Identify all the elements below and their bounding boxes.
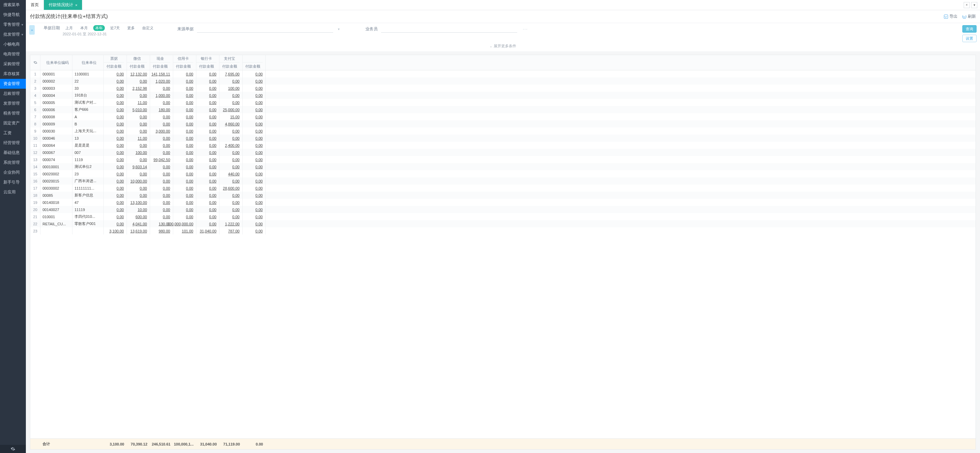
- cell[interactable]: 0.00: [173, 192, 196, 199]
- sidebar-item-18[interactable]: 新手引导: [0, 177, 26, 187]
- cell[interactable]: 0.00: [220, 163, 243, 170]
- cell[interactable]: 0.00: [243, 142, 266, 149]
- amount-link[interactable]: 0.00: [163, 179, 170, 183]
- collapse-filter-icon[interactable]: »: [29, 25, 35, 35]
- amount-link[interactable]: 0.00: [186, 143, 193, 147]
- col-group-5[interactable]: 支付宝付款金额: [220, 55, 243, 70]
- sidebar-item-19[interactable]: 云应用: [0, 187, 26, 197]
- cell[interactable]: 0.00: [220, 127, 243, 135]
- amount-link[interactable]: 0.00: [232, 179, 240, 183]
- amount-link[interactable]: 0.00: [256, 115, 263, 119]
- amount-link[interactable]: 0.00: [209, 172, 216, 176]
- source-input[interactable]: [197, 25, 333, 33]
- cell[interactable]: 13,100.00: [127, 199, 150, 206]
- amount-link[interactable]: 0.00: [256, 229, 263, 233]
- cell[interactable]: 0.00: [150, 199, 173, 206]
- cell[interactable]: 0.00: [104, 149, 127, 156]
- amount-link[interactable]: 99,042.50: [153, 158, 170, 162]
- amount-link[interactable]: 0.00: [256, 143, 263, 147]
- amount-link[interactable]: 0.00: [209, 150, 216, 155]
- cell[interactable]: 0.00: [243, 70, 266, 78]
- amount-link[interactable]: 0.00: [186, 136, 193, 140]
- amount-link[interactable]: 0.00: [256, 165, 263, 169]
- cell[interactable]: 0.00: [104, 120, 127, 127]
- amount-link[interactable]: 0.00: [256, 207, 263, 212]
- amount-link[interactable]: 0.00: [117, 79, 124, 83]
- amount-link[interactable]: 0.00: [117, 207, 124, 212]
- amount-link[interactable]: 0.00: [256, 158, 263, 162]
- cell[interactable]: 180.00: [150, 106, 173, 113]
- amount-link[interactable]: 0.00: [232, 101, 240, 105]
- cell[interactable]: 10,000.00: [127, 177, 150, 185]
- amount-link[interactable]: 0.00: [186, 122, 193, 126]
- cell[interactable]: 3,100.00: [104, 227, 127, 234]
- date-last-month[interactable]: 上月: [63, 25, 75, 31]
- amount-link[interactable]: 0.00: [163, 143, 170, 147]
- amount-link[interactable]: 0.00: [140, 193, 147, 198]
- amount-link[interactable]: 0.00: [209, 86, 216, 90]
- amount-link[interactable]: 0.00: [117, 115, 124, 119]
- amount-link[interactable]: 0.00: [117, 136, 124, 140]
- amount-link[interactable]: 0.00: [186, 207, 193, 212]
- amount-link[interactable]: 0.00: [117, 165, 124, 169]
- export-button[interactable]: 导出: [944, 14, 958, 19]
- cell[interactable]: 0.00: [150, 206, 173, 213]
- sidebar-item-16[interactable]: 系统管理: [0, 158, 26, 168]
- tab-payment-stats[interactable]: 付款情况统计 ×: [44, 0, 82, 10]
- amount-link[interactable]: 0.00: [209, 93, 216, 98]
- cell[interactable]: 0.00: [243, 220, 266, 227]
- cell[interactable]: 11.00: [127, 99, 150, 106]
- amount-link[interactable]: 0.00: [140, 93, 147, 98]
- sidebar-settings[interactable]: [0, 445, 26, 453]
- amount-link[interactable]: 0.00: [186, 86, 193, 90]
- cell[interactable]: 0.00: [173, 177, 196, 185]
- amount-link[interactable]: 0.00: [209, 101, 216, 105]
- amount-link[interactable]: 0.00: [232, 150, 240, 155]
- cell[interactable]: 0.00: [243, 177, 266, 185]
- amount-link[interactable]: 0.00: [186, 79, 193, 83]
- tab-close-all-icon[interactable]: ×: [964, 2, 970, 8]
- cell[interactable]: 25,000.00: [220, 106, 243, 113]
- cell[interactable]: 0.00: [127, 192, 150, 199]
- cell[interactable]: 0.00: [127, 185, 150, 192]
- amount-link[interactable]: 2,400.00: [225, 143, 240, 147]
- amount-link[interactable]: 0.00: [186, 193, 193, 198]
- amount-link[interactable]: 0.00: [256, 72, 263, 76]
- amount-link[interactable]: 0.00: [117, 179, 124, 183]
- cell[interactable]: 0.00: [243, 213, 266, 220]
- amount-link[interactable]: 0.00: [163, 193, 170, 198]
- cell[interactable]: 10.00: [127, 206, 150, 213]
- cell[interactable]: 0.00: [104, 99, 127, 106]
- cell[interactable]: 0.00: [173, 170, 196, 177]
- cell[interactable]: 15.00: [220, 113, 243, 120]
- amount-link[interactable]: 0.00: [163, 215, 170, 219]
- cell[interactable]: 101.00: [173, 227, 196, 234]
- cell[interactable]: 0.00: [220, 199, 243, 206]
- amount-link[interactable]: 0.00: [117, 129, 124, 133]
- cell[interactable]: 0.00: [173, 127, 196, 135]
- table-row[interactable]: 100000111000010.0012,132.00141,158.110.0…: [30, 70, 975, 78]
- amount-link[interactable]: 0.00: [256, 93, 263, 98]
- cell[interactable]: 0.00: [127, 92, 150, 99]
- cell[interactable]: 0.00: [196, 185, 220, 192]
- cell[interactable]: 0.00: [173, 85, 196, 92]
- cell[interactable]: 0.00: [104, 170, 127, 177]
- cell[interactable]: 0.00: [150, 170, 173, 177]
- sidebar-item-8[interactable]: 资金管理: [0, 79, 26, 89]
- table-row[interactable]: 1600020015广西丰涛进...0.0010,000.000.000.000…: [30, 177, 975, 185]
- amount-link[interactable]: 0.00: [232, 79, 240, 83]
- sidebar-item-5[interactable]: 电商管理: [0, 49, 26, 59]
- cell[interactable]: 1,000.00: [150, 92, 173, 99]
- cell[interactable]: 0.00: [196, 106, 220, 113]
- cell[interactable]: 0.00: [150, 135, 173, 142]
- cell[interactable]: 0.00: [196, 199, 220, 206]
- cell[interactable]: 980.00: [150, 227, 173, 234]
- cell[interactable]: 0.00: [173, 106, 196, 113]
- sidebar-item-12[interactable]: 固定资产: [0, 118, 26, 128]
- sidebar-item-7[interactable]: 库存核算: [0, 69, 26, 79]
- col-group-4[interactable]: 银行卡付款金额: [196, 55, 220, 70]
- amount-link[interactable]: 0.00: [117, 143, 124, 147]
- col-group-2[interactable]: 现金付款金额: [150, 55, 173, 70]
- amount-link[interactable]: 0.00: [163, 101, 170, 105]
- amount-link[interactable]: 0.00: [186, 165, 193, 169]
